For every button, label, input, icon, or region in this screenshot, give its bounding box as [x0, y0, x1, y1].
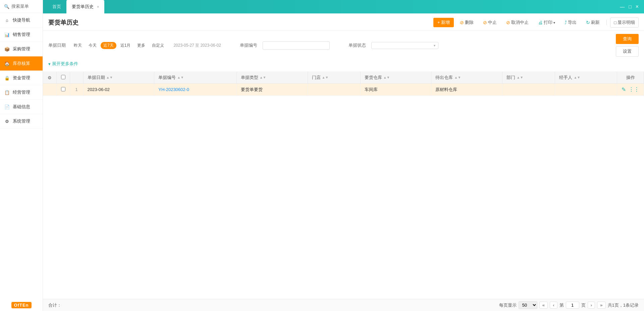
date-shortcut-yesterday[interactable]: 昨天 — [71, 42, 85, 49]
cancel-stop-button[interactable]: ⊘ 取消中止 — [503, 18, 532, 27]
delete-label: 删除 — [465, 19, 474, 26]
th-pending-warehouse[interactable]: 待出仓库 ▲▼ — [431, 72, 502, 84]
filter-row-1: 单据日期 昨天 今天 近7天 近1月 更多 自定义 2023-05-27 至 2… — [48, 34, 639, 57]
select-all-checkbox[interactable] — [61, 75, 65, 79]
sidebar-item-sales[interactable]: 📊 销售管理 — [0, 28, 43, 42]
row-date: 2023-06-02 — [88, 87, 110, 92]
th-checkbox[interactable] — [56, 72, 70, 84]
tab-requisition-history-label: 要货单历史 — [72, 4, 94, 10]
tab-close-icon[interactable]: × — [97, 5, 99, 9]
new-button[interactable]: + 新增 — [433, 18, 454, 27]
td-checkbox[interactable] — [56, 84, 70, 96]
sidebar-item-quick-nav[interactable]: ⌂ 快捷导航 — [0, 13, 43, 28]
doc-no-link[interactable]: YH-20230602-0 — [158, 87, 189, 92]
sidebar: 🔍 搜索菜单 ⌂ 快捷导航 📊 销售管理 📦 采购管理 🏠 库存核算 🔒 资金管… — [0, 0, 43, 311]
th-doc-no-label: 单据编号 — [158, 75, 176, 81]
topbar: 首页 要货单历史 × — □ × — [43, 0, 644, 13]
td-date: 2023-06-02 — [83, 84, 154, 96]
settings-button[interactable]: 设置 — [616, 46, 639, 57]
th-date-label: 单据日期 — [88, 75, 105, 81]
next-page-button[interactable]: › — [588, 302, 595, 309]
sidebar-item-basic-info[interactable]: 📄 基础信息 — [0, 100, 43, 114]
date-shortcut-last7days[interactable]: 近7天 — [101, 42, 116, 49]
date-shortcut-more[interactable]: 更多 — [135, 42, 148, 49]
sort-date-icon: ▲▼ — [106, 76, 113, 79]
money-icon: 🔒 — [4, 75, 10, 81]
th-doc-no[interactable]: 单据编号 ▲▼ — [154, 72, 236, 84]
sidebar-item-label: 资金管理 — [13, 75, 30, 81]
th-settings[interactable]: ⚙ — [43, 72, 56, 84]
chart-icon: 📊 — [4, 32, 10, 38]
maximize-icon[interactable]: □ — [627, 4, 633, 9]
date-filter-label: 单据日期 — [48, 42, 66, 48]
doc-number-input[interactable] — [263, 41, 330, 50]
sidebar-item-inventory[interactable]: 🏠 库存核算 — [0, 56, 43, 71]
th-req-warehouse[interactable]: 要货仓库 ▲▼ — [360, 72, 431, 84]
tab-home-label: 首页 — [52, 4, 61, 10]
show-detail-label: 显示明细 — [618, 19, 635, 26]
date-shortcuts: 昨天 今天 近7天 近1月 更多 自定义 — [71, 42, 167, 49]
td-doc-no[interactable]: YH-20230602-0 — [154, 84, 236, 96]
main-area: 首页 要货单历史 × — □ × 要货单历史 + 新增 ⊘ 删除 ⊘ 中止 — [43, 0, 644, 311]
export-button[interactable]: ⤴ 导出 — [561, 18, 580, 27]
status-select[interactable]: ▾ — [371, 42, 438, 49]
th-pending-warehouse-label: 待出仓库 — [435, 75, 453, 81]
minimize-icon[interactable]: — — [619, 4, 626, 9]
print-button[interactable]: 🖨 打印 ▾ — [535, 18, 558, 27]
sidebar-item-label: 销售管理 — [13, 32, 30, 38]
date-shortcut-today[interactable]: 今天 — [86, 42, 99, 49]
th-date[interactable]: 单据日期 ▲▼ — [83, 72, 154, 84]
filter-bar: 单据日期 昨天 今天 近7天 近1月 更多 自定义 2023-05-27 至 2… — [43, 31, 644, 72]
more-icon[interactable]: ⋮⋮ — [629, 86, 639, 93]
tab-home[interactable]: 首页 — [47, 0, 66, 13]
td-doc-type: 要货单要货 — [236, 84, 308, 96]
sidebar-item-label: 系统管理 — [13, 118, 30, 124]
row-checkbox[interactable] — [61, 87, 65, 91]
date-shortcut-last1month[interactable]: 近1月 — [118, 42, 133, 49]
filter-row-expand: ▾ 展开更多条件 — [48, 59, 639, 68]
first-page-button[interactable]: « — [539, 302, 548, 309]
th-handler[interactable]: 经手人 ▲▼ — [555, 72, 617, 84]
close-window-icon[interactable]: × — [634, 4, 640, 10]
last-page-button[interactable]: » — [597, 302, 605, 309]
th-department[interactable]: 部门 ▲▼ — [502, 72, 555, 84]
box-icon: 📦 — [4, 46, 10, 52]
row-req-warehouse: 车间库 — [365, 87, 378, 92]
sidebar-search-label: 搜索菜单 — [11, 3, 29, 9]
show-detail-button[interactable]: □ 显示明细 — [610, 17, 639, 28]
th-doc-type[interactable]: 单据类型 ▲▼ — [236, 72, 308, 84]
refresh-label: 刷新 — [591, 19, 600, 26]
stop-button[interactable]: ⊘ 中止 — [480, 18, 500, 27]
action-buttons: 查询 设置 — [616, 34, 639, 57]
prev-page-button[interactable]: ‹ — [550, 302, 557, 309]
th-doc-type-label: 单据类型 — [241, 75, 258, 81]
sidebar-item-purchase[interactable]: 📦 采购管理 — [0, 42, 43, 56]
query-button[interactable]: 查询 — [616, 34, 639, 44]
sidebar-item-label: 经营管理 — [13, 89, 30, 95]
tab-requisition-history[interactable]: 要货单历史 × — [66, 0, 104, 13]
sidebar-item-finance[interactable]: 🔒 资金管理 — [0, 71, 43, 85]
page-input[interactable] — [566, 302, 579, 309]
sidebar-item-system[interactable]: ⚙ 系统管理 — [0, 114, 43, 129]
sort-req-warehouse-icon: ▲▼ — [383, 76, 390, 79]
refresh-button[interactable]: ↻ 刷新 — [583, 18, 603, 27]
export-icon: ⤴ — [565, 20, 567, 25]
footer-total-label: 合计： — [48, 302, 61, 308]
delete-button[interactable]: ⊘ 删除 — [457, 18, 477, 27]
status-label: 单据状态 — [348, 42, 366, 48]
edit-icon[interactable]: ✎ — [622, 86, 626, 93]
expand-more-button[interactable]: ▾ 展开更多条件 — [48, 59, 78, 68]
sidebar-item-label: 采购管理 — [13, 46, 30, 52]
sidebar-item-operations[interactable]: 📋 经营管理 — [0, 85, 43, 100]
td-req-warehouse: 车间库 — [360, 84, 431, 96]
sort-department-icon: ▲▼ — [517, 76, 523, 79]
date-shortcut-custom[interactable]: 自定义 — [149, 42, 167, 49]
sidebar-search[interactable]: 🔍 搜索菜单 — [0, 0, 43, 13]
brand-logo: OfTEn — [11, 302, 32, 308]
search-icon: 🔍 — [4, 4, 9, 9]
th-operation: 操作 — [617, 72, 644, 84]
per-page-select[interactable]: 50 20 100 — [519, 301, 537, 309]
th-store[interactable]: 门店 ▲▼ — [308, 72, 360, 84]
table-footer: 合计： 每页显示 50 20 100 « ‹ 第 页 › » 共1页，1条记录 — [43, 299, 644, 311]
row-pending-warehouse: 原材料仓库 — [435, 87, 457, 92]
